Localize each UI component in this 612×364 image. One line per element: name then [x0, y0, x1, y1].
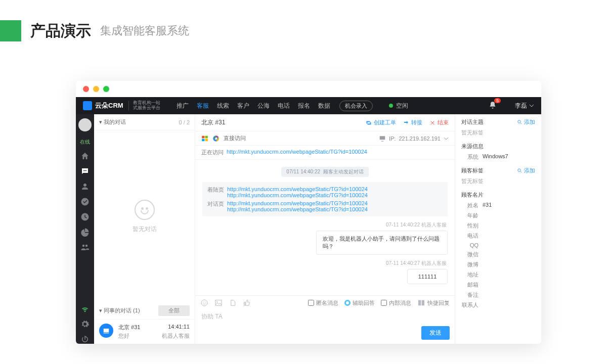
anon-checkbox[interactable]: 匿名消息	[308, 299, 338, 307]
attach-icon[interactable]	[229, 299, 237, 307]
card-field[interactable]: QQ	[461, 242, 535, 248]
empty-state: 暂无对话	[94, 130, 195, 302]
pie-icon[interactable]	[80, 228, 90, 237]
nav-pool[interactable]: 公海	[257, 102, 270, 110]
svg-rect-5	[202, 139, 204, 141]
landing-link[interactable]: http://mkt.yunduocrm.com/webpageStatic/T…	[227, 186, 368, 192]
internal-checkbox[interactable]: 内部消息	[381, 299, 411, 307]
status-idle[interactable]: 空闲	[389, 102, 408, 110]
card-field[interactable]: 邮箱	[461, 281, 535, 289]
chat-source-row: 直接访问 IP: 221.219.162.191	[195, 131, 455, 146]
user-menu[interactable]: 李磊	[515, 102, 534, 110]
logo-text: 云朵CRM	[95, 101, 123, 110]
svg-point-16	[518, 120, 521, 123]
people-icon[interactable]	[80, 243, 90, 252]
nav-phone[interactable]: 电话	[278, 102, 290, 110]
nav-service[interactable]: 客服	[197, 102, 209, 110]
my-conv-header[interactable]: ▾ 我的对话 0 / 2	[94, 114, 195, 130]
side-rail: 在线	[76, 114, 94, 344]
wifi-icon[interactable]	[80, 304, 90, 313]
conversation-item[interactable]: 北京 #3114:41:11 您好机器人客服	[94, 319, 195, 344]
system-message: 07/11 14:40:22 顾客主动发起对话	[281, 167, 368, 177]
logo-icon	[83, 101, 92, 110]
nav-customers[interactable]: 客户	[237, 102, 249, 110]
create-ticket-button[interactable]: 创建工单	[366, 119, 396, 126]
window-controls	[76, 81, 541, 97]
visiting-link[interactable]: http://mkt.yunduocrm.com/webpageStatic/T…	[227, 149, 367, 156]
source-heading: 来源信息	[461, 143, 484, 150]
quick-reply-button[interactable]: 快捷回复	[417, 299, 450, 307]
minimize-window-icon[interactable]	[93, 86, 99, 92]
card-field[interactable]: 地址	[461, 271, 535, 279]
add-tag-button[interactable]: 添加	[517, 167, 535, 174]
chevron-down-icon	[529, 103, 534, 108]
filter-all[interactable]: 全部	[158, 305, 190, 316]
smile-icon	[135, 200, 155, 220]
chat-scroll[interactable]: 07/11 14:40:22 顾客主动发起对话 着陆页 http://mkt.y…	[195, 160, 455, 295]
maximize-window-icon[interactable]	[103, 86, 109, 92]
card-field[interactable]: 备注	[461, 291, 535, 299]
add-topic-button[interactable]: 添加	[517, 118, 535, 126]
card-heading: 顾客名片	[461, 191, 484, 199]
nav-signup[interactable]: 报名	[298, 102, 310, 110]
card-field[interactable]: 微信	[461, 251, 535, 258]
message-input[interactable]	[200, 310, 450, 323]
notifications-button[interactable]: 5	[489, 101, 497, 111]
chevron-down-icon[interactable]	[444, 136, 449, 141]
search-plus-icon	[517, 119, 522, 125]
dialog-link[interactable]: http://mkt.yunduocrm.com/webpageStatic/T…	[227, 200, 368, 206]
chat-title: 北京 #31	[201, 118, 225, 127]
svg-point-2	[85, 170, 86, 171]
opportunity-pill[interactable]: 机会录入	[339, 101, 373, 111]
search-plus-icon	[517, 168, 522, 173]
rail-avatar[interactable]	[78, 118, 92, 131]
dialog-link[interactable]: http://mkt.yunduocrm.com/webpageStatic/T…	[227, 206, 368, 212]
conv-avatar-icon	[99, 324, 113, 338]
nav-promo[interactable]: 推广	[177, 102, 189, 110]
chat-header: 北京 #31 创建工单 转接 结束	[195, 114, 455, 131]
transfer-button[interactable]: 转接	[403, 119, 422, 126]
nav-leads[interactable]: 线索	[217, 102, 229, 110]
title-sub: 集成智能客服系统	[100, 23, 189, 38]
gear-icon[interactable]	[80, 320, 90, 329]
image-icon[interactable]	[214, 299, 223, 307]
windows-icon	[201, 135, 208, 142]
card-field[interactable]: 电话	[461, 232, 535, 240]
chat-icon[interactable]	[80, 167, 90, 176]
nav-data[interactable]: 数据	[318, 102, 330, 110]
logo[interactable]: 云朵CRM 教育机构一站式服务云平台	[83, 101, 160, 111]
assist-radio[interactable]: 辅助回答	[344, 299, 375, 307]
card-field[interactable]: 年龄	[461, 212, 535, 219]
svg-point-17	[518, 169, 521, 172]
card-field[interactable]: 联系人	[461, 301, 535, 309]
monitor-icon	[379, 135, 386, 142]
check-circle-icon[interactable]	[80, 197, 90, 206]
send-button[interactable]: 发送	[421, 326, 450, 340]
conversation-column: ▾ 我的对话 0 / 2 暂无对话 ▾ 同事的对话 (1) 全部 北京	[94, 114, 195, 344]
svg-rect-4	[205, 135, 208, 138]
card-field[interactable]: 姓名#31	[461, 202, 535, 209]
home-icon[interactable]	[80, 152, 90, 161]
card-field[interactable]: 微博	[461, 261, 535, 268]
power-icon[interactable]	[80, 335, 90, 344]
svg-rect-14	[418, 300, 421, 306]
card-field[interactable]: 性别	[461, 222, 535, 230]
person-icon[interactable]	[80, 182, 90, 191]
chat-input-area: 匿名消息 辅助回答 内部消息 快捷回复 发送	[195, 295, 455, 344]
bot-message: 111111	[407, 269, 448, 284]
peer-conv-header[interactable]: ▾ 同事的对话 (1) 全部	[94, 302, 195, 319]
clock-icon[interactable]	[80, 212, 90, 221]
svg-rect-15	[422, 300, 424, 306]
chrome-icon	[212, 135, 220, 142]
landing-link[interactable]: http://mkt.yunduocrm.com/webpageStatic/T…	[227, 192, 368, 198]
no-tag-text: 暂无标签	[461, 129, 535, 136]
end-button[interactable]: 结束	[429, 119, 449, 126]
svg-point-11	[205, 302, 205, 302]
msg-timestamp: 07-11 14:40:27 机器人客服	[203, 260, 447, 267]
ip-value: 221.219.162.191	[399, 135, 441, 142]
emoji-icon[interactable]	[200, 299, 208, 307]
like-icon[interactable]	[243, 299, 251, 307]
url-info-block: 着陆页 http://mkt.yunduocrm.com/webpageStat…	[202, 182, 448, 216]
close-window-icon[interactable]	[83, 86, 89, 92]
title-main: 产品演示	[30, 21, 91, 41]
